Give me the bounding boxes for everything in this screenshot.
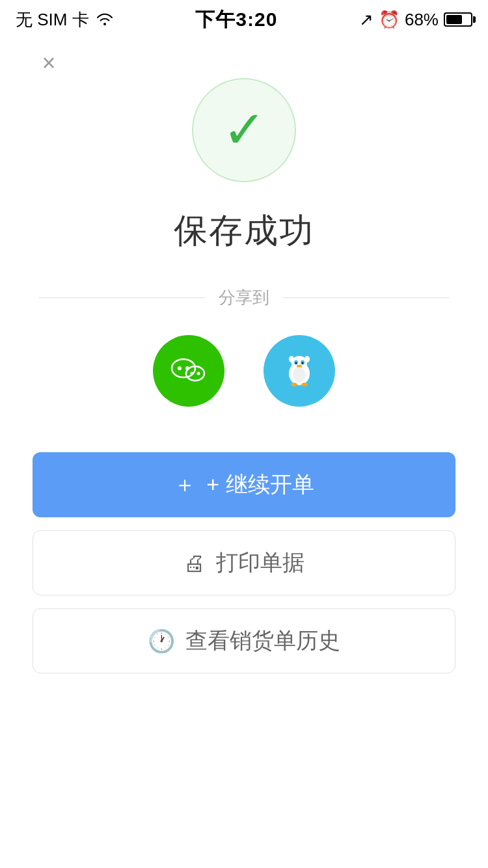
svg-point-14 [291,383,297,387]
close-button[interactable]: × [33,47,65,79]
status-bar: 无 SIM 卡 下午3:20 ↗ ⏰ 68% [0,0,488,39]
svg-point-1 [178,366,182,370]
wechat-share-button[interactable] [153,335,224,407]
print-icon: 🖨 [183,550,206,576]
main-content: ✓ 保存成功 分享到 [0,39,488,673]
history-button[interactable]: 🕐 查看销货单历史 [33,608,455,673]
qq-icon [278,350,320,392]
svg-point-5 [197,372,200,375]
svg-point-16 [289,356,294,362]
wifi-icon [96,10,114,30]
print-label: 打印单据 [216,548,305,578]
plus-icon: ＋ [174,470,196,500]
close-icon: × [42,51,55,75]
status-left: 无 SIM 卡 [16,8,114,31]
status-right: ↗ ⏰ 68% [359,10,472,30]
divider-line-left [39,297,206,298]
alarm-icon: ⏰ [379,10,400,30]
success-circle: ✓ [192,78,296,182]
location-icon: ↗ [359,10,373,30]
share-icons [153,335,335,407]
history-label: 查看销货单历史 [185,626,340,656]
status-time: 下午3:20 [195,7,277,33]
continue-button[interactable]: ＋ + 继续开单 [33,452,455,517]
battery-icon [444,12,472,27]
continue-label: + 继续开单 [206,470,314,500]
share-label: 分享到 [206,286,282,309]
svg-point-15 [301,383,308,387]
success-title: 保存成功 [174,208,314,254]
history-icon: 🕐 [148,628,175,654]
battery-percent: 68% [405,10,439,30]
svg-point-17 [305,356,310,362]
carrier-text: 无 SIM 卡 [16,8,89,31]
print-button[interactable]: 🖨 打印单据 [33,530,455,595]
svg-point-9 [295,362,297,364]
wechat-icon [168,350,210,392]
svg-point-4 [191,372,194,375]
svg-point-13 [293,367,306,383]
qq-share-button[interactable] [264,335,335,407]
action-buttons: ＋ + 继续开单 🖨 打印单据 🕐 查看销货单历史 [0,452,488,673]
checkmark-icon: ✓ [223,104,266,156]
divider-line-right [282,297,449,298]
share-divider: 分享到 [0,286,488,309]
svg-point-11 [302,362,304,364]
